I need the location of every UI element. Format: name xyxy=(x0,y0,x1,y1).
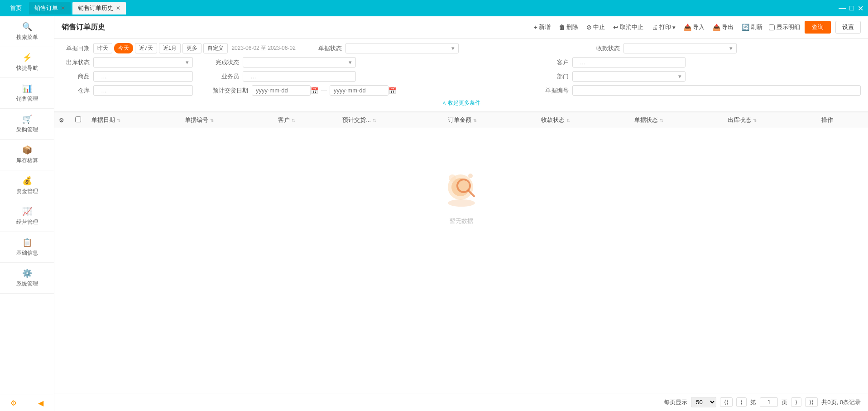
complete-status-select[interactable]: ▾ xyxy=(243,57,356,68)
date-btn-custom[interactable]: 自定义 xyxy=(203,43,228,53)
sidebar-item-sales-mgmt[interactable]: 📊 销售管理 xyxy=(0,78,54,109)
new-button[interactable]: + 新增 xyxy=(532,22,552,32)
col-order-amount-sort-icon[interactable]: ⇅ xyxy=(473,118,477,123)
cancel-stop-button[interactable]: ↩ 取消中止 xyxy=(611,22,645,32)
col-order-amount: 订单金额 ⇅ xyxy=(443,112,537,128)
refresh-label: 刷新 xyxy=(751,23,762,31)
sidebar-collapse-button[interactable]: ◀ xyxy=(38,399,43,407)
col-doc-no-sort-icon[interactable]: ⇅ xyxy=(210,118,214,123)
search-menu-icon: 🔍 xyxy=(22,22,32,32)
date-btn-more[interactable]: 更多 xyxy=(182,43,201,53)
last-page-button[interactable]: ⟩⟩ xyxy=(805,397,818,407)
export-button[interactable]: 📤 导出 xyxy=(711,22,735,32)
cancel-stop-icon: ↩ xyxy=(613,24,619,31)
stop-button[interactable]: ⊘ 中止 xyxy=(585,22,607,32)
date-btn-7days[interactable]: 近7天 xyxy=(135,43,157,53)
filter-area: 单据日期 昨天 今天 近7天 近1月 更多 自定义 2023-06-02 至 2… xyxy=(54,39,868,112)
sidebar-item-inventory[interactable]: 📦 库存核算 xyxy=(0,140,54,170)
system-mgmt-icon: ⚙️ xyxy=(22,268,32,278)
sales-order-history-tab-close[interactable]: ✕ xyxy=(116,5,120,11)
col-est-delivery: 预计交货... ⇅ xyxy=(338,112,443,128)
delete-button[interactable]: 🗑 删除 xyxy=(557,22,580,32)
settings-button[interactable]: 设置 xyxy=(835,21,861,34)
delivery-date-start-calendar-icon[interactable]: 📅 xyxy=(311,87,318,94)
refresh-button[interactable]: 🔄 刷新 xyxy=(740,22,764,32)
current-page-input[interactable] xyxy=(760,397,778,407)
close-button[interactable]: ✕ xyxy=(858,4,863,13)
sales-order-tab[interactable]: 销售订单 ✕ xyxy=(29,2,71,15)
date-btn-1month[interactable]: 近1月 xyxy=(159,43,181,53)
new-label: 新增 xyxy=(539,23,551,31)
content-area: 销售订单历史 + 新增 🗑 删除 ⊘ 中止 ↩ 取消中止 xyxy=(54,16,868,411)
collapse-filters-bar[interactable]: ∧ 收起更多条件 xyxy=(62,99,861,107)
per-page-select[interactable]: 10 20 50 100 xyxy=(691,397,716,407)
query-button[interactable]: 查询 xyxy=(805,21,831,34)
sales-order-tab-close[interactable]: ✕ xyxy=(61,5,65,11)
dept-select[interactable]: ▾ xyxy=(572,71,686,82)
salesperson-more-icon[interactable]: … xyxy=(250,73,256,80)
total-records-text: 共0页, 0条记录 xyxy=(821,398,861,406)
col-est-delivery-sort-icon[interactable]: ⇅ xyxy=(373,118,376,123)
col-doc-status-sort-icon[interactable]: ⇅ xyxy=(660,118,663,123)
select-all-checkbox[interactable] xyxy=(75,116,81,122)
doc-status-label: 单据状态 xyxy=(314,44,345,53)
first-page-button[interactable]: ⟨⟨ xyxy=(720,397,733,407)
filter-row-2: 出库状态 ▾ 完成状态 ▾ 客户 … xyxy=(62,57,861,68)
sidebar-settings-button[interactable]: ⚙ xyxy=(10,399,17,407)
page-title: 销售订单历史 xyxy=(62,23,105,32)
display-details-checkbox[interactable] xyxy=(769,24,775,30)
sidebar-item-finance[interactable]: 💰 资金管理 xyxy=(0,170,54,201)
delivery-date-end-input[interactable] xyxy=(330,85,388,96)
minimize-button[interactable]: — xyxy=(839,4,846,12)
doc-status-arrow-icon: ▾ xyxy=(451,45,455,52)
sales-order-history-tab[interactable]: 销售订单历史 ✕ xyxy=(72,2,126,15)
delivery-date-start-input[interactable] xyxy=(252,85,311,96)
doc-no-input[interactable] xyxy=(572,85,861,96)
out-status-select[interactable]: ▾ xyxy=(93,57,193,68)
data-table: ⚙ 单据日期 ⇅ 单据编号 ⇅ 客户 ⇅ xyxy=(54,112,868,128)
sidebar-item-quick-nav[interactable]: ⚡ 快捷导航 xyxy=(0,47,54,78)
goods-more-icon[interactable]: … xyxy=(101,73,107,80)
display-details-checkbox-label[interactable]: 显示明细 xyxy=(769,23,800,31)
filter-row-4: 仓库 … 预计交货日期 📅 — 📅 单据编号 xyxy=(62,85,861,96)
col-customer-sort-icon[interactable]: ⇅ xyxy=(292,118,295,123)
warehouse-more-icon[interactable]: … xyxy=(101,87,107,94)
col-doc-status-label: 单据状态 xyxy=(634,116,658,123)
prev-page-button[interactable]: ⟨ xyxy=(736,397,747,407)
next-page-button[interactable]: ⟩ xyxy=(791,397,801,407)
col-receipt-status: 收款状态 ⇅ xyxy=(537,112,630,128)
salesperson-select[interactable]: … xyxy=(243,71,356,82)
col-settings[interactable]: ⚙ xyxy=(54,112,71,128)
goods-select[interactable]: … xyxy=(93,71,193,82)
delivery-date-end-calendar-icon[interactable]: 📅 xyxy=(388,87,396,94)
refresh-icon: 🔄 xyxy=(742,24,749,31)
sidebar-item-search-menu[interactable]: 🔍 搜索菜单 xyxy=(0,16,54,47)
col-doc-date-sort-icon[interactable]: ⇅ xyxy=(117,118,120,123)
sidebar-label-operations: 经营管理 xyxy=(16,218,38,226)
finance-icon: 💰 xyxy=(22,176,32,186)
inventory-icon: 📦 xyxy=(22,145,32,155)
sidebar-item-operations[interactable]: 📈 经营管理 xyxy=(0,201,54,232)
col-receipt-status-sort-icon[interactable]: ⇅ xyxy=(566,118,570,123)
sidebar-item-purchase-mgmt[interactable]: 🛒 采购管理 xyxy=(0,109,54,140)
col-out-status-sort-icon[interactable]: ⇅ xyxy=(753,118,757,123)
col-check[interactable] xyxy=(71,112,87,128)
receipt-status-select[interactable]: ▾ xyxy=(623,43,737,53)
customer-select[interactable]: … xyxy=(572,57,686,68)
sidebar-label-inventory: 库存核算 xyxy=(16,157,38,164)
home-tab[interactable]: 首页 xyxy=(5,2,27,14)
import-button[interactable]: 📥 导入 xyxy=(682,22,706,32)
warehouse-select[interactable]: … xyxy=(93,85,193,96)
print-button[interactable]: 🖨 打印 ▾ xyxy=(650,22,677,32)
col-doc-date-label: 单据日期 xyxy=(91,116,115,123)
date-btn-today[interactable]: 今天 xyxy=(114,43,133,53)
doc-status-select[interactable]: ▾ xyxy=(345,43,459,53)
maximize-button[interactable]: □ xyxy=(849,4,854,12)
customer-more-icon[interactable]: … xyxy=(580,59,586,66)
col-actions: 操作 xyxy=(817,112,868,128)
date-btn-yesterday[interactable]: 昨天 xyxy=(93,43,112,53)
sidebar-item-system-mgmt[interactable]: ⚙️ 系统管理 xyxy=(0,263,54,294)
sidebar-item-basic-info[interactable]: 📋 基础信息 xyxy=(0,232,54,263)
sales-order-tab-label: 销售订单 xyxy=(34,4,58,12)
complete-status-arrow-icon: ▾ xyxy=(349,59,352,66)
